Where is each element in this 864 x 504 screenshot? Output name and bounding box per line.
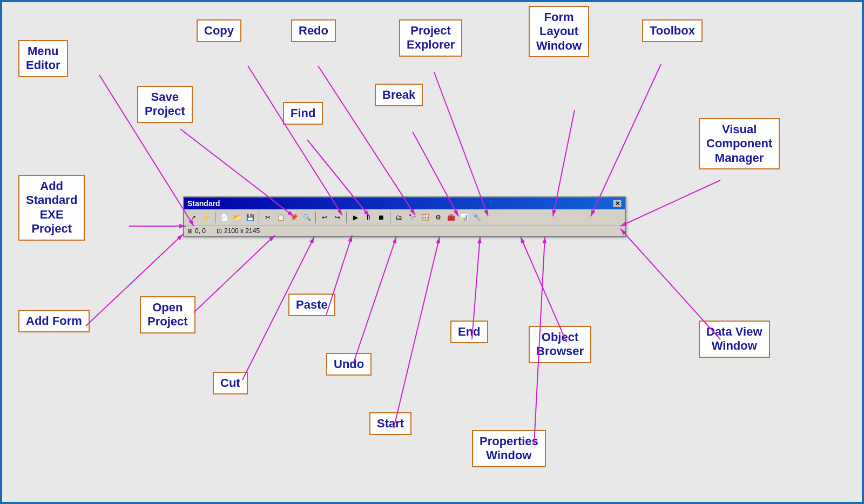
- label-open-project: Open Project: [140, 296, 195, 333]
- label-properties-window: Properties Window: [472, 430, 546, 467]
- tb-separator-2: [259, 212, 259, 223]
- svg-line-19: [591, 64, 661, 216]
- tb-icon-redo[interactable]: ↪: [332, 212, 343, 223]
- label-undo: Undo: [326, 353, 372, 376]
- svg-line-14: [434, 72, 488, 216]
- tb-icon-lightning[interactable]: ⚡: [200, 212, 212, 223]
- close-button[interactable]: ✕: [613, 200, 622, 207]
- tb-icon-save[interactable]: 💾: [244, 212, 256, 223]
- toolbar-status: ⊞ 0, 0 ⊡ 2100 x 2145: [184, 226, 625, 236]
- tb-icon-break[interactable]: ⏸: [362, 212, 374, 223]
- label-data-view-window: Data View Window: [699, 321, 770, 358]
- svg-line-12: [394, 237, 440, 428]
- tb-icon-vcm[interactable]: 🔧: [471, 212, 483, 223]
- label-paste: Paste: [288, 294, 335, 316]
- tb-icon-arrow[interactable]: ↗: [187, 212, 199, 223]
- label-project-explorer: Project Explorer: [399, 19, 462, 57]
- svg-line-20: [620, 180, 720, 226]
- toolbar-title: Standard: [187, 199, 220, 208]
- svg-line-4: [248, 66, 342, 215]
- label-break: Break: [375, 84, 423, 106]
- label-form-layout-window: Form Layout Window: [529, 6, 589, 57]
- toolbar-window: Standard ✕ ↗ ⚡ 📄 📂 💾 ✂ 📋 📌 🔍 ↩ ↪ ▶ ⏸ ⏹ 🗂…: [183, 196, 626, 237]
- label-add-standard-exe: Add Standard EXE Project: [18, 175, 85, 241]
- tb-icon-end[interactable]: ⏹: [375, 212, 387, 223]
- label-cut: Cut: [213, 372, 248, 394]
- tb-separator-4: [346, 212, 347, 223]
- status-size: ⊡ 2100 x 2145: [217, 227, 260, 235]
- tb-icon-cut[interactable]: ✂: [262, 212, 274, 223]
- toolbar-body: ↗ ⚡ 📄 📂 💾 ✂ 📋 📌 🔍 ↩ ↪ ▶ ⏸ ⏹ 🗂 🔭 🪟 ⚙ 🧰 📊 …: [184, 209, 625, 226]
- label-menu-editor: Menu Editor: [18, 40, 68, 77]
- tb-icon-undo[interactable]: ↩: [319, 212, 330, 223]
- tb-icon-object-browser[interactable]: 🔭: [406, 212, 418, 223]
- tb-icon-find[interactable]: 🔍: [301, 212, 313, 223]
- svg-line-11: [353, 237, 396, 364]
- label-object-browser: Object Browser: [529, 326, 591, 363]
- tb-separator-5: [390, 212, 390, 223]
- svg-line-6: [194, 235, 275, 312]
- tb-icon-copy[interactable]: 📋: [275, 212, 287, 223]
- label-find: Find: [283, 102, 323, 125]
- label-redo: Redo: [291, 19, 336, 42]
- tb-icon-start[interactable]: ▶: [349, 212, 361, 223]
- label-toolbox: Toolbox: [642, 19, 703, 42]
- tb-icon-project-explorer[interactable]: 🗂: [393, 212, 405, 223]
- label-add-form: Add Form: [18, 310, 90, 332]
- tb-icon-paste[interactable]: 📌: [288, 212, 300, 223]
- label-start: Start: [369, 412, 411, 435]
- tb-separator-3: [315, 212, 316, 223]
- tb-icon-new[interactable]: 📄: [218, 212, 230, 223]
- arrows-svg: [2, 2, 864, 504]
- tb-icon-properties[interactable]: ⚙: [432, 212, 444, 223]
- tb-icon-toolbox[interactable]: 🧰: [445, 212, 457, 223]
- label-end: End: [450, 321, 488, 343]
- tb-separator-1: [215, 212, 215, 223]
- status-coords: ⊞ 0, 0: [187, 227, 206, 235]
- toolbar-titlebar: Standard ✕: [184, 197, 625, 209]
- label-save-project: Save Project: [137, 86, 193, 123]
- tb-icon-data-view[interactable]: 📊: [458, 212, 470, 223]
- tb-icon-open[interactable]: 📂: [231, 212, 243, 223]
- label-copy: Copy: [197, 19, 241, 42]
- tb-icon-form-layout[interactable]: 🪟: [419, 212, 431, 223]
- label-visual-component-manager: Visual Component Manager: [699, 118, 780, 169]
